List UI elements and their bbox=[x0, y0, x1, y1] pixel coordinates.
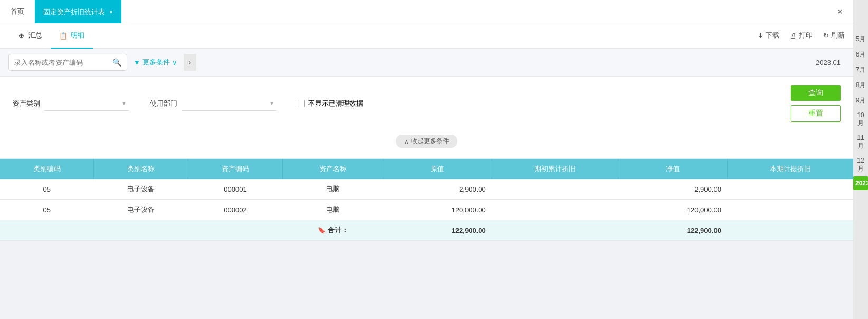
asset-category-arrow-icon: ▼ bbox=[121, 100, 127, 106]
tab-close-icon[interactable]: × bbox=[109, 8, 113, 16]
more-conditions-label: 更多条件 bbox=[142, 58, 170, 67]
cell-current-depreciation bbox=[728, 179, 853, 200]
cell-category-name: 电子设备 bbox=[94, 200, 188, 220]
asset-category-filter: 资产类别 ▼ bbox=[13, 96, 129, 111]
cell-category-name: 电子设备 bbox=[94, 179, 188, 200]
cell-total-net-value: 122,900.00 bbox=[618, 220, 728, 241]
home-nav[interactable]: 首页 bbox=[0, 0, 35, 23]
department-filter: 使用部门 ▼ bbox=[150, 96, 276, 111]
cell-accum-depreciation bbox=[492, 179, 618, 200]
sidebar-month-item[interactable]: 9月 bbox=[853, 93, 868, 108]
sidebar-month-item[interactable]: 8月 bbox=[853, 78, 868, 93]
asset-category-label: 资产类别 bbox=[13, 99, 40, 108]
asset-category-select[interactable]: ▼ bbox=[44, 96, 129, 111]
sidebar-month-item[interactable]: 11月 bbox=[853, 131, 868, 154]
cell-category-code: 05 bbox=[0, 179, 94, 200]
collapse-icon: ∧ bbox=[404, 138, 409, 145]
table-header-row: 类别编码 类别名称 资产编码 资产名称 原值 期初累计折旧 净值 本期计提折旧 bbox=[0, 159, 853, 179]
download-icon: ⬇ bbox=[758, 32, 764, 40]
search-bar: 🔍 ▼ 更多条件 ∨ › 2023.01 bbox=[0, 49, 853, 77]
cell-original-value: 2,900.00 bbox=[383, 179, 492, 200]
active-tab[interactable]: 固定资产折旧统计表 × bbox=[35, 0, 121, 23]
date-indicator: 2023.01 bbox=[812, 59, 845, 67]
tab-detail-label: 明细 bbox=[71, 31, 84, 40]
chevron-down-icon: ∨ bbox=[172, 59, 177, 67]
cell-asset-name: 电脑 bbox=[282, 200, 383, 220]
sidebar-month-item[interactable]: 10月 bbox=[853, 108, 868, 131]
cell-accum-depreciation bbox=[492, 200, 618, 220]
query-button[interactable]: 查询 bbox=[791, 85, 841, 101]
download-label: 下载 bbox=[766, 31, 779, 40]
department-label: 使用部门 bbox=[150, 99, 177, 108]
col-header-category-name: 类别名称 bbox=[94, 159, 188, 179]
cell-total-current-depreciation bbox=[728, 220, 853, 241]
sidebar-month-item[interactable]: 12月 bbox=[853, 154, 868, 176]
sidebar-month-item[interactable]: 6月 bbox=[853, 47, 868, 62]
date-nav-button[interactable]: › bbox=[184, 54, 196, 71]
print-label: 打印 bbox=[799, 31, 813, 40]
refresh-icon: ↻ bbox=[823, 32, 829, 40]
tab-summary[interactable]: ⊕ 汇总 bbox=[8, 23, 51, 49]
hide-cleared-checkbox-item[interactable]: 不显示已清理数据 bbox=[298, 99, 363, 108]
summary-icon: ⊕ bbox=[17, 31, 25, 40]
department-select[interactable]: ▼ bbox=[182, 96, 276, 111]
refresh-label: 刷新 bbox=[831, 31, 845, 40]
filter-actions: 查询 重置 bbox=[791, 85, 841, 122]
cell-asset-code: 000002 bbox=[188, 200, 283, 220]
cell-total-original-value: 122,900.00 bbox=[383, 220, 492, 241]
cell-current-depreciation bbox=[728, 200, 853, 220]
hide-cleared-label: 不显示已清理数据 bbox=[308, 99, 363, 108]
table-row: 05 电子设备 000001 电脑 2,900.00 2,900.00 bbox=[0, 179, 853, 200]
sub-tabs-bar: ⊕ 汇总 📋 明细 ⬇ 下载 🖨 打印 ↻ 刷新 bbox=[0, 23, 853, 49]
cell-net-value: 2,900.00 bbox=[618, 179, 728, 200]
tab-label: 固定资产折旧统计表 bbox=[43, 7, 105, 17]
hide-cleared-checkbox[interactable] bbox=[298, 100, 305, 107]
col-header-accum-depreciation: 期初累计折旧 bbox=[492, 159, 618, 179]
col-header-net-value: 净值 bbox=[618, 159, 728, 179]
department-arrow-icon: ▼ bbox=[269, 100, 274, 106]
sidebar-year-badge[interactable]: 2023 bbox=[853, 176, 868, 190]
print-icon: 🖨 bbox=[790, 32, 797, 40]
table-row: 05 电子设备 000002 电脑 120,000.00 120,000.00 bbox=[0, 200, 853, 220]
cell-total-accum-depreciation bbox=[492, 220, 618, 241]
filter-panel: 资产类别 ▼ 使用部门 ▼ 不显示已清理数据 查询 重置 bbox=[0, 77, 853, 159]
collapse-button[interactable]: ∧ 收起更多条件 bbox=[396, 135, 457, 148]
reset-button[interactable]: 重置 bbox=[791, 105, 841, 122]
download-button[interactable]: ⬇ 下载 bbox=[758, 31, 779, 40]
col-header-asset-name: 资产名称 bbox=[282, 159, 383, 179]
data-table: 类别编码 类别名称 资产编码 资产名称 原值 期初累计折旧 净值 本期计提折旧 … bbox=[0, 159, 853, 241]
col-header-category-code: 类别编码 bbox=[0, 159, 94, 179]
more-conditions-button[interactable]: ▼ 更多条件 ∨ bbox=[133, 58, 177, 67]
toolbar-actions: ⬇ 下载 🖨 打印 ↻ 刷新 bbox=[758, 31, 845, 40]
cell-asset-code: 000001 bbox=[188, 179, 283, 200]
right-sidebar: 5月6月7月8月9月10月11月12月2023 bbox=[853, 0, 868, 319]
sidebar-month-item[interactable]: 5月 bbox=[853, 32, 868, 47]
col-header-current-depreciation: 本期计提折旧 bbox=[728, 159, 853, 179]
data-table-wrapper: 类别编码 类别名称 资产编码 资产名称 原值 期初累计折旧 净值 本期计提折旧 … bbox=[0, 159, 853, 241]
refresh-button[interactable]: ↻ 刷新 bbox=[823, 31, 845, 40]
tab-detail[interactable]: 📋 明细 bbox=[51, 23, 93, 49]
cell-net-value: 120,000.00 bbox=[618, 200, 728, 220]
cell-category-code: 05 bbox=[0, 200, 94, 220]
filter-row: 资产类别 ▼ 使用部门 ▼ 不显示已清理数据 查询 重置 bbox=[13, 85, 841, 122]
search-input[interactable] bbox=[14, 59, 109, 67]
tab-summary-label: 汇总 bbox=[28, 31, 42, 40]
filter-icon: ▼ bbox=[133, 59, 140, 67]
cell-original-value: 120,000.00 bbox=[383, 200, 492, 220]
col-header-original-value: 原值 bbox=[383, 159, 492, 179]
table-total-row: 🔖合计： 122,900.00 122,900.00 bbox=[0, 220, 853, 241]
cell-total-label: 🔖合计： bbox=[282, 220, 383, 241]
search-input-wrapper: 🔍 bbox=[8, 54, 127, 71]
detail-icon: 📋 bbox=[59, 31, 68, 40]
cell-total-icon bbox=[0, 220, 282, 241]
search-icon[interactable]: 🔍 bbox=[112, 58, 121, 67]
collapse-row: ∧ 收起更多条件 bbox=[13, 130, 841, 150]
window-close-button[interactable]: × bbox=[826, 0, 853, 23]
cell-asset-name: 电脑 bbox=[282, 179, 383, 200]
sidebar-month-item[interactable]: 7月 bbox=[853, 62, 868, 78]
print-button[interactable]: 🖨 打印 bbox=[790, 31, 813, 40]
collapse-label: 收起更多条件 bbox=[411, 137, 449, 146]
col-header-asset-code: 资产编码 bbox=[188, 159, 283, 179]
